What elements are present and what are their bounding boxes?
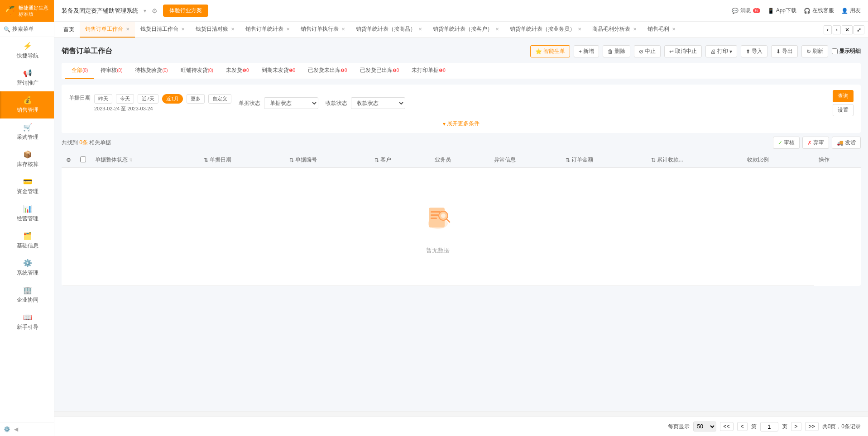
tab-close-sales-stat[interactable]: ✕ <box>286 27 290 32</box>
logo-icon: 🍊 <box>5 5 16 16</box>
date-btn-today[interactable]: 今天 <box>116 94 134 104</box>
date-btn-7days[interactable]: 近7天 <box>138 94 158 104</box>
tab-close-cash-daily[interactable]: ✕ <box>181 27 185 32</box>
sidebar-item-enterprise[interactable]: 🏢 企业协同 <box>0 281 54 308</box>
subtab-unshipped[interactable]: 未发货❶0 <box>220 63 255 79</box>
online-service-action[interactable]: 🎧 在线客服 <box>804 7 834 14</box>
settings-icon[interactable]: ⚙ <box>152 7 158 14</box>
prev-page-btn[interactable]: < <box>737 422 748 431</box>
ship-btn[interactable]: 🚚 发货 <box>832 137 861 149</box>
tab-close-sales-exec[interactable]: ✕ <box>341 27 345 32</box>
app-download-action[interactable]: 📱 App下载 <box>767 7 796 14</box>
sidebar-item-purchase[interactable]: 🛒 采购管理 <box>0 118 54 146</box>
subtab-overdue-unshipped[interactable]: 到期未发货❶0 <box>255 63 302 79</box>
message-action[interactable]: 💬 消息 6 <box>732 7 760 14</box>
review-btn[interactable]: ✓ 审核 <box>773 137 800 149</box>
expand-more-btn[interactable]: ▾ 展开更多条件 <box>443 120 480 128</box>
first-page-btn[interactable]: << <box>720 422 734 431</box>
tab-close-all-btn[interactable]: ✕ <box>842 25 853 34</box>
tab-close-sales-by-customer[interactable]: ✕ <box>495 27 499 32</box>
tab-close-gross-profit[interactable]: ✕ <box>633 27 637 32</box>
next-page-btn[interactable]: > <box>791 422 801 431</box>
tab-label-cash-daily: 钱货日清工作台 <box>140 25 178 33</box>
add-btn[interactable]: + 新增 <box>574 45 599 57</box>
export-btn[interactable]: ⬇ 导出 <box>771 45 798 57</box>
sidebar-item-marketing[interactable]: 📢 营销推广 <box>0 64 54 91</box>
subtab-all[interactable]: 全部(0) <box>65 63 94 79</box>
check-icon: ✓ <box>778 140 782 146</box>
tab-gross-profit[interactable]: 商品毛利分析表 ✕ <box>587 22 642 38</box>
tab-close-sales-workbench[interactable]: ✕ <box>126 27 129 32</box>
sidebar-item-quick[interactable]: ⚡ 快捷导航 <box>0 37 54 64</box>
tab-next-btn[interactable]: › <box>833 25 841 34</box>
stop-btn[interactable]: ⊘ 中止 <box>634 45 661 57</box>
payment-select[interactable]: 收款状态 <box>351 97 405 109</box>
tab-close-sales-profit[interactable]: ✕ <box>672 27 676 32</box>
select-all-checkbox[interactable] <box>80 156 86 162</box>
page-size-select[interactable]: 50 10 20 100 <box>693 422 716 431</box>
delete-btn[interactable]: 🗑 删除 <box>603 45 630 57</box>
tab-prev-btn[interactable]: ‹ <box>824 25 832 34</box>
sidebar-item-guide[interactable]: 📖 新手引导 <box>0 308 54 336</box>
tab-cash-reconcile[interactable]: 钱货日清对账 ✕ <box>190 22 240 38</box>
tab-sales-workbench[interactable]: 销售订单工作台 ✕ <box>80 22 135 38</box>
query-btn[interactable]: 查询 <box>833 90 854 102</box>
date-range: 2023-02-24 至 2023-03-24 <box>94 105 231 112</box>
tab-sales-stat[interactable]: 销售订单统计表 ✕ <box>240 22 295 38</box>
subtab-unprinted-count: ❶0 <box>439 68 446 73</box>
sidebar-item-sales[interactable]: 💰 销售管理 <box>0 91 54 118</box>
tab-home[interactable]: 首页 <box>58 22 80 37</box>
subtab-shipped-not-out[interactable]: 已发货未出库❶0 <box>302 63 354 79</box>
last-page-btn[interactable]: >> <box>805 422 819 431</box>
page-input[interactable] <box>760 422 778 431</box>
gear-icon[interactable]: ⚙ <box>66 157 71 163</box>
anti-review-btn[interactable]: ✗ 弃审 <box>802 137 829 149</box>
tab-sales-by-product[interactable]: 销货单统计表（按商品） ✕ <box>350 22 427 38</box>
date-btn-custom[interactable]: 自定义 <box>208 94 231 104</box>
import-btn[interactable]: ⬆ 导入 <box>741 45 767 57</box>
sidebar-item-operations[interactable]: 📊 经营管理 <box>0 200 54 227</box>
trial-btn[interactable]: 体验行业方案 <box>163 5 208 17</box>
refresh-btn[interactable]: ↻ 刷新 <box>801 45 828 57</box>
subtab-wangpu-pending[interactable]: 旺铺待发货(0) <box>174 63 220 79</box>
sidebar-item-search[interactable]: 🔍 搜索菜单 <box>0 22 54 37</box>
refresh-btn-label: 刷新 <box>812 47 823 55</box>
sidebar-item-system[interactable]: ⚙️ 系统管理 <box>0 254 54 281</box>
date-btn-yesterday[interactable]: 昨天 <box>94 94 112 104</box>
tab-cash-daily[interactable]: 钱货日清工作台 ✕ <box>135 22 190 38</box>
sidebar-item-basic[interactable]: 🗂️ 基础信息 <box>0 227 54 254</box>
sidebar-item-finance[interactable]: 💳 资金管理 <box>0 173 54 200</box>
print-btn[interactable]: 🖨 打印 ▾ <box>705 45 737 57</box>
print-dropdown-icon: ▾ <box>729 48 732 55</box>
message-label: 消息 <box>740 7 751 14</box>
collapse-icon[interactable]: ◀ <box>14 426 18 432</box>
tab-sales-by-staff[interactable]: 销货单统计表（按业务员） ✕ <box>504 22 587 38</box>
subtab-shipped-out[interactable]: 已发货已出库❶0 <box>354 63 406 79</box>
user-action[interactable]: 👤 用友 <box>841 7 861 14</box>
date-btn-more[interactable]: 更多 <box>187 94 205 104</box>
plus-icon: + <box>579 48 582 55</box>
date-btn-1month[interactable]: 近1月 <box>162 94 183 104</box>
tab-close-cash-reconcile[interactable]: ✕ <box>231 27 235 32</box>
show-detail-input[interactable] <box>832 48 838 54</box>
bottom-scrollbar[interactable] <box>54 411 868 417</box>
sidebar-item-inventory[interactable]: 📦 库存核算 <box>0 146 54 173</box>
cancel-stop-btn[interactable]: ↩ 取消中止 <box>664 45 702 57</box>
tab-sales-exec[interactable]: 销售订单执行表 ✕ <box>295 22 350 38</box>
settings-bottom-icon[interactable]: ⚙️ <box>4 426 10 432</box>
sales-icon: 💰 <box>23 96 32 104</box>
smart-btn[interactable]: ⭐ 智能生单 <box>530 45 570 57</box>
sort-status-icon[interactable]: ⇅ <box>129 158 133 162</box>
subtab-pending-inspect[interactable]: 待拣货验货(0) <box>129 63 174 79</box>
settings-btn[interactable]: 设置 <box>833 104 854 116</box>
tab-sales-by-customer[interactable]: 销货单统计表（按客户） ✕ <box>427 22 504 38</box>
show-detail-checkbox[interactable]: 显示明细 <box>832 47 861 55</box>
subtab-unprinted[interactable]: 未打印单据❶0 <box>405 63 452 79</box>
status-select[interactable]: 单据状态 <box>264 97 318 109</box>
tab-close-sales-by-staff[interactable]: ✕ <box>578 27 581 32</box>
system-dropdown-icon[interactable]: ▾ <box>144 8 146 14</box>
subtab-pending-review[interactable]: 待审核(0) <box>94 63 129 79</box>
tab-sales-profit[interactable]: 销售毛利 ✕ <box>642 22 681 38</box>
tab-close-sales-by-product[interactable]: ✕ <box>418 27 422 32</box>
tab-maximize-btn[interactable]: ⤢ <box>854 25 864 34</box>
